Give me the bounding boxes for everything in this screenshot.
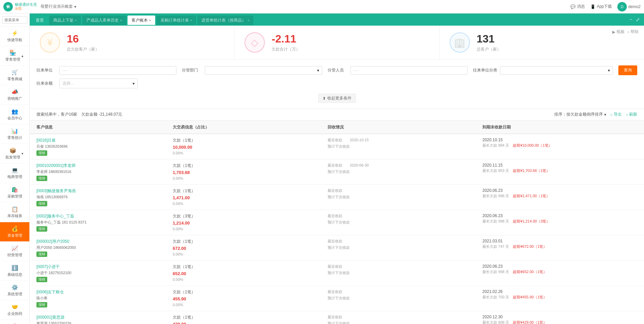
customer-tag-0003: 现销 bbox=[36, 201, 47, 206]
overdue-link-00010200001[interactable]: 超期¥1,703.68（1笔） bbox=[513, 169, 550, 173]
repay-info-00010200001: 最近收款 2020-06-30 预计下次收款 bbox=[328, 163, 482, 181]
table-row: [00010200001]李老师 李老师 18600391516 现销 欠款（1… bbox=[30, 159, 644, 185]
refresh-button[interactable]: ○ 刷新 bbox=[626, 112, 637, 117]
sidebar-item-inventory[interactable]: 📋 库存核算 bbox=[0, 203, 29, 222]
export-button[interactable]: ○ 导出 bbox=[610, 112, 622, 117]
debt-total-icon: ◇ bbox=[245, 32, 265, 53]
repay-info-0002: 最近收款 预计下次收款 bbox=[328, 213, 482, 232]
minimize-window-icon[interactable]: － bbox=[628, 17, 633, 23]
close-tab-purchase-stats[interactable]: × bbox=[247, 19, 249, 22]
sidebar-item-sys[interactable]: ⚙️ 系统管理 bbox=[0, 281, 29, 300]
customer-name-link-0007[interactable]: [0007]小进干 bbox=[36, 264, 60, 269]
purchase-icon: 🛍️ bbox=[11, 186, 18, 193]
unit-class-label: 往来单位分类 bbox=[473, 67, 497, 73]
sidebar-search-input[interactable] bbox=[2, 16, 27, 24]
overdue-info-0003: 2020.06.23 最长欠款 998 天 超期¥1,471.00（1笔） bbox=[482, 188, 637, 206]
sidebar-search-area bbox=[0, 13, 29, 27]
tab-product-shelf[interactable]: 商品上下架 × bbox=[49, 16, 81, 25]
tab-home[interactable]: 首页 bbox=[32, 16, 48, 25]
tab-customer-account[interactable]: 客户账本 × bbox=[128, 16, 155, 25]
customer-info-00010200001: [00010200001]李老师 李老师 18600391516 现销 bbox=[36, 163, 173, 181]
dept-label: 分管部门 bbox=[182, 67, 202, 73]
sidebar-item-capital[interactable]: 💰 资金管理 bbox=[0, 222, 29, 242]
customer-name-link-0003[interactable]: [0003]畅捷服务尹海燕 bbox=[36, 188, 76, 193]
tab-bar: 首页 商品上下架 × 产成品入库单历史 × 客户账本 × 采购订单统计表 × bbox=[30, 13, 644, 26]
overdue-link-000001[interactable]: 超期¥429.00（1笔） bbox=[513, 320, 547, 324]
overdue-link-0016[interactable]: 超期¥10,000.00（1笔） bbox=[513, 143, 552, 147]
balance-select[interactable]: 选择... ▾ bbox=[59, 79, 138, 88]
customer-name-link-000002[interactable]: [000002]用户2050 bbox=[36, 239, 69, 244]
customer-tag-0002: 现销 bbox=[36, 226, 47, 232]
debt-customers-icon: ¥ bbox=[40, 32, 60, 53]
customer-info-0016: [0016]吕俊 吕俊 13026203696 现销 bbox=[36, 138, 173, 156]
stat-card-total-customers: 🏢 131 总客户（家） ▶ 视频 ○ 帮助 bbox=[440, 26, 644, 59]
debt-customers-label: 总欠款客户（家） bbox=[67, 47, 99, 52]
header-customer: 客户信息 bbox=[36, 124, 173, 130]
dept-select[interactable]: ▾ bbox=[205, 66, 322, 75]
sidebar-item-retail-mgmt[interactable]: 🏪 零售管理 ▲ bbox=[0, 46, 29, 66]
close-tab-product-history[interactable]: × bbox=[120, 19, 122, 22]
store-selector[interactable]: 母婴行业演示账套 ▾ bbox=[40, 4, 76, 9]
overdue-link-0007[interactable]: 超期¥652.00（1笔） bbox=[513, 270, 547, 274]
stats-row: ¥ 16 总欠款客户（家） ◇ -2.11 欠款合计（万） bbox=[30, 26, 644, 59]
filter-row-2: 往来余额 选择... ▾ bbox=[36, 79, 637, 88]
collapse-button[interactable]: ⬆ 收起更多条件 bbox=[318, 94, 356, 103]
sidebar-item-batch-mgmt[interactable]: 📦 批发管理 ▼ bbox=[0, 144, 29, 164]
data-table: 客户信息 欠交易信息（占比） 回收情况 到期未收款日期 [0016]吕俊 吕俊 … bbox=[30, 121, 644, 324]
customer-name-link-0002[interactable]: [0002]服务中心_丁磊 bbox=[36, 214, 74, 218]
overdue-link-0003[interactable]: 超期¥1,471.00（1笔） bbox=[513, 194, 550, 198]
collapse-icon: ⬆ bbox=[323, 96, 326, 101]
inventory-icon: 📋 bbox=[11, 206, 18, 212]
overdue-info-000002: 2021.03.01 最长欠款 747 天 超期¥672.00（1笔） bbox=[482, 239, 637, 257]
overdue-link-000002[interactable]: 超期¥672.00（1笔） bbox=[513, 244, 547, 248]
sidebar-item-quick-nav[interactable]: ⚡ 快捷导航 bbox=[0, 27, 29, 46]
overdue-link-0006[interactable]: 超期¥455.90（1笔） bbox=[513, 295, 547, 299]
sidebar-item-basic-info[interactable]: ℹ️ 基础信息 bbox=[0, 261, 29, 281]
help-button[interactable]: ○ 帮助 bbox=[627, 29, 639, 35]
source-unit-input[interactable]: ··· bbox=[59, 66, 176, 75]
sidebar-item-member-center[interactable]: 👥 会员中心 bbox=[0, 105, 29, 124]
sort-selector[interactable]: 排序：按欠款金额倒序排序 ▾ bbox=[554, 112, 606, 117]
overdue-link-0002[interactable]: 超期¥1,214.00（3笔） bbox=[513, 219, 550, 223]
sidebar-item-ecom[interactable]: 💻 电商管理 bbox=[0, 164, 29, 183]
retail-stats-icon: 📊 bbox=[11, 128, 18, 134]
tab-product-history[interactable]: 产成品入库单历史 × bbox=[82, 16, 126, 25]
sidebar-item-ops[interactable]: 📈 经营管理 bbox=[0, 242, 29, 261]
maximize-window-icon[interactable]: ⤢ bbox=[636, 17, 640, 22]
logo-area: 畅 畅捷通好生意 示范 bbox=[3, 2, 37, 11]
table-row: [0003]畅捷服务尹海燕 海燕 18513066976 现销 欠款（1笔） 1… bbox=[30, 185, 644, 210]
query-button[interactable]: 查询 bbox=[618, 65, 637, 75]
result-summary: 搜索结果中，客户16家 欠款金额 -21,148.07元 bbox=[36, 112, 122, 117]
total-customers-value: 131 bbox=[477, 33, 501, 45]
filter-item-dept: 分管部门 ▾ bbox=[182, 66, 322, 75]
customer-tag-0007: 现销 bbox=[36, 277, 47, 282]
sidebar-item-enterprise[interactable]: 🤝 企业协同 bbox=[0, 300, 29, 320]
customer-name-link-0006[interactable]: [0006]去下粮仓 bbox=[36, 290, 64, 294]
user-menu-button[interactable]: D demo2 bbox=[617, 2, 641, 11]
sidebar-item-newguide[interactable]: 🎯 新手引导 bbox=[0, 320, 29, 324]
close-tab-customer-account[interactable]: × bbox=[149, 19, 151, 22]
sidebar-item-marketing[interactable]: 📣 营销推广 bbox=[0, 85, 29, 105]
sidebar-item-purchase[interactable]: 🛍️ 采购管理 bbox=[0, 183, 29, 203]
customer-tag-00010200001: 现销 bbox=[36, 176, 47, 181]
customer-name-link-0016[interactable]: [0016]吕俊 bbox=[36, 138, 56, 143]
member-center-icon: 👥 bbox=[11, 108, 18, 115]
tab-purchase-stats[interactable]: 进货单统计表（按商品） × bbox=[197, 16, 253, 25]
close-tab-product-shelf[interactable]: × bbox=[75, 19, 77, 22]
video-help-button[interactable]: ▶ 视频 bbox=[612, 29, 624, 35]
overdue-info-0016: 2020.10.15 最长欠款 884 天 超期¥10,000.00（1笔） bbox=[482, 138, 637, 156]
close-tab-purchase-order[interactable]: × bbox=[190, 19, 192, 22]
sidebar-item-retail-shop[interactable]: 🛒 零售商城 bbox=[0, 66, 29, 85]
retail-mgmt-icon: 🏪 bbox=[9, 50, 16, 56]
customer-name-link-00010200001[interactable]: [00010200001]李老师 bbox=[36, 163, 76, 168]
unit-class-select[interactable]: ▾ bbox=[500, 66, 613, 75]
ops-icon: 📈 bbox=[11, 245, 18, 252]
person-input[interactable]: ··· bbox=[351, 66, 468, 75]
customer-name-link-000001[interactable]: [000001]黄思源 bbox=[36, 315, 64, 320]
customer-tag-0006: 现销 bbox=[36, 302, 47, 307]
message-button[interactable]: 💬 消息 bbox=[570, 4, 585, 9]
tab-purchase-order[interactable]: 采购订单统计表 × bbox=[157, 16, 196, 25]
customer-info-0006: [0006]去下粮仓 陈小希 现销 bbox=[36, 289, 173, 307]
app-download-button[interactable]: 📱 App下载 bbox=[590, 4, 612, 9]
sidebar-item-retail-stats[interactable]: 📊 零售统计 bbox=[0, 124, 29, 144]
